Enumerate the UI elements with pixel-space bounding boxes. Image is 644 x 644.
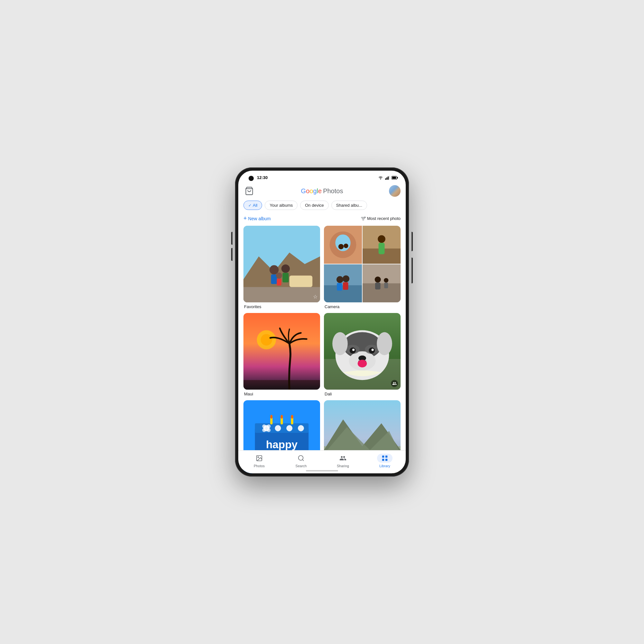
album-maui[interactable]: Maui: [243, 313, 320, 396]
tab-shared-label: Shared albu...: [336, 203, 362, 208]
svg-point-30: [336, 276, 343, 283]
svg-rect-7: [397, 177, 398, 178]
app-header: Google Photos: [238, 183, 406, 201]
volume-down-button: [231, 248, 232, 261]
svg-rect-89: [382, 455, 384, 457]
svg-point-42: [261, 334, 272, 346]
app-logo: Google Photos: [301, 187, 343, 195]
svg-point-58: [377, 332, 392, 355]
svg-rect-18: [277, 279, 281, 285]
albums-grid: ☆ Favorites: [238, 226, 406, 473]
nav-library[interactable]: Library: [364, 454, 406, 468]
sort-label: Most recent photo: [367, 216, 401, 221]
svg-point-76: [291, 415, 293, 419]
svg-point-22: [338, 244, 344, 250]
svg-rect-91: [382, 459, 384, 460]
svg-point-23: [344, 243, 348, 248]
shared-icon: [392, 381, 397, 386]
phone-screen: 12:30: [238, 171, 406, 473]
album-favorites[interactable]: ☆ Favorites: [243, 226, 320, 309]
camera-punch-hole: [249, 176, 254, 181]
sort-button[interactable]: Most recent photo: [361, 216, 401, 221]
svg-point-15: [281, 264, 290, 273]
svg-point-68: [262, 428, 266, 432]
nav-photos-label: Photos: [254, 464, 265, 468]
svg-text:happy: happy: [266, 439, 298, 450]
plus-icon: +: [243, 215, 247, 222]
filter-tabs: ✓ All Your albums On device Shared albu.…: [238, 201, 406, 214]
svg-rect-90: [385, 455, 387, 457]
svg-point-67: [267, 424, 271, 428]
svg-rect-11: [243, 287, 320, 302]
tab-on-device[interactable]: On device: [300, 201, 329, 210]
svg-rect-1: [385, 178, 386, 180]
nav-library-label: Library: [379, 464, 390, 468]
bag-icon: [245, 186, 254, 195]
status-bar: 12:30: [238, 171, 406, 183]
svg-point-88: [298, 455, 303, 460]
nav-sharing[interactable]: Sharing: [322, 454, 364, 468]
tab-all-label: All: [253, 203, 257, 208]
sort-icon: [361, 216, 366, 221]
svg-point-57: [332, 332, 348, 355]
svg-point-21: [335, 234, 350, 251]
svg-rect-92: [385, 459, 387, 460]
power-button-2: [412, 258, 413, 283]
nav-sharing-label: Sharing: [337, 464, 349, 468]
favorites-photo: [243, 226, 320, 302]
svg-point-65: [298, 425, 304, 431]
nav-search[interactable]: Search: [280, 454, 322, 468]
library-icon: [381, 455, 388, 462]
svg-rect-32: [337, 283, 342, 291]
album-camera-label: Camera: [324, 304, 401, 309]
svg-point-56: [358, 360, 367, 367]
sharing-icon: [339, 455, 346, 462]
new-album-label: New album: [248, 216, 271, 221]
wifi-icon: [378, 176, 383, 180]
tab-on-device-label: On device: [305, 203, 324, 208]
svg-rect-38: [375, 283, 381, 289]
svg-rect-16: [282, 273, 289, 282]
album-favorites-thumb: ☆: [243, 226, 320, 302]
new-album-button[interactable]: + New album: [243, 215, 271, 222]
svg-point-87: [258, 457, 259, 458]
tab-your-albums[interactable]: Your albums: [265, 201, 298, 210]
store-button[interactable]: [243, 185, 255, 197]
camera-grid: [324, 226, 401, 302]
album-camera[interactable]: Camera: [324, 226, 401, 309]
svg-point-13: [270, 265, 279, 275]
svg-point-54: [372, 349, 374, 351]
battery-icon: [392, 176, 398, 180]
album-dali-label: Dali: [324, 392, 401, 396]
svg-rect-43: [243, 380, 320, 390]
svg-point-26: [378, 235, 385, 243]
svg-point-0: [380, 178, 381, 179]
svg-point-69: [267, 428, 271, 432]
power-button: [412, 232, 413, 251]
shared-badge: [391, 380, 398, 387]
nav-photos[interactable]: Photos: [238, 454, 280, 468]
svg-rect-40: [243, 313, 320, 390]
cam-cell-1: [324, 226, 362, 264]
svg-point-74: [270, 415, 272, 419]
svg-point-37: [384, 278, 388, 282]
album-dali[interactable]: Dali: [324, 313, 401, 396]
tab-all[interactable]: ✓ All: [243, 201, 262, 210]
nav-sharing-icon-wrapper: [335, 454, 351, 463]
volume-up-button: [231, 232, 232, 245]
cam-cell-4: [363, 264, 401, 302]
svg-rect-12: [289, 276, 312, 287]
svg-rect-39: [384, 283, 388, 289]
svg-point-63: [275, 425, 281, 431]
nav-search-label: Search: [296, 464, 307, 468]
search-icon: [298, 455, 305, 462]
tab-shared[interactable]: Shared albu...: [331, 201, 367, 210]
svg-rect-4: [389, 176, 390, 180]
album-camera-thumb: [324, 226, 401, 302]
svg-point-66: [262, 424, 266, 428]
phone-shell: 12:30: [235, 167, 409, 477]
avatar[interactable]: [389, 185, 401, 197]
nav-search-icon-wrapper: [293, 454, 309, 463]
avatar-image: [389, 185, 401, 197]
svg-rect-33: [343, 282, 348, 290]
